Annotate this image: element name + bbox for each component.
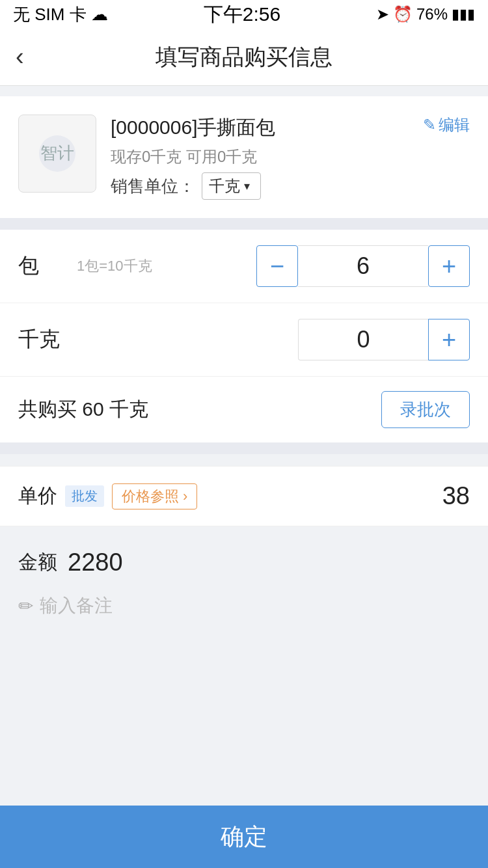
product-stock: 现存0千克 可用0千克 [111,146,470,167]
kg-qty-input[interactable] [298,319,428,360]
bag-qty-controls: − + [256,245,470,287]
total-row: 共购买 60 千克 录批次 [0,377,488,442]
unit-value: 千克 [209,176,240,197]
product-image: 智计 [18,115,96,193]
confirm-button[interactable]: 确定 [0,806,488,868]
note-row[interactable]: ✏ 输入备注 [18,583,470,634]
alarm-icon: ⏰ [393,5,413,23]
nav-bar: ‹ 填写商品购买信息 [0,29,488,86]
amount-label: 金额 [18,549,57,576]
bag-increment-button[interactable]: + [428,245,470,287]
amount-row: 金额 2280 [18,542,470,583]
status-right: ➤ ⏰ 76% ▮▮▮ [376,5,475,23]
kg-label: 千克 [18,325,70,354]
edit-label: 编辑 [439,115,470,135]
product-unit-row: 销售单位： 千克 ▾ [111,172,470,200]
price-row: 单价 批发 价格参照 › 38 [18,482,470,510]
page-title: 填写商品购买信息 [156,42,332,72]
svg-text:智计: 智计 [40,143,74,163]
record-batch-button[interactable]: 录批次 [381,391,470,428]
section-divider-1 [0,218,488,230]
bag-qty-row: 包 1包=10千克 − + [0,230,488,303]
product-logo-icon: 智计 [38,134,77,173]
price-section: 单价 批发 价格参照 › 38 [0,466,488,526]
price-left: 单价 批发 价格参照 › [18,483,197,509]
battery-label: 76% [416,5,448,23]
no-sim-label: 无 SIM 卡 ☁ [13,3,108,26]
price-label: 单价 [18,483,57,509]
status-bar: 无 SIM 卡 ☁ 下午2:56 ➤ ⏰ 76% ▮▮▮ [0,0,488,29]
price-tag-pifa: 批发 [65,485,104,507]
amount-section: 金额 2280 ✏ 输入备注 [0,526,488,634]
amount-value: 2280 [68,549,123,576]
status-time: 下午2:56 [204,1,280,28]
unit-select[interactable]: 千克 ▾ [202,172,261,200]
location-icon: ➤ [376,5,389,23]
kg-increment-button[interactable]: + [428,319,470,360]
spacer [0,634,488,806]
bag-qty-input[interactable] [298,245,428,287]
price-ref-button[interactable]: 价格参照 › [112,483,197,509]
product-card: 智计 [0000006]手撕面包 ✎ 编辑 现存0千克 可用0千克 销售单位： … [0,96,488,218]
kg-qty-controls: + [298,319,470,360]
edit-icon: ✎ [423,116,436,134]
product-name-row: [0000006]手撕面包 ✎ 编辑 [111,115,470,141]
status-left: 无 SIM 卡 ☁ [13,3,108,26]
kg-qty-row: 千克 + [0,303,488,377]
qty-section: 包 1包=10千克 − + 千克 + [0,230,488,377]
chevron-down-icon: ▾ [244,179,250,193]
section-divider-2 [0,442,488,454]
product-name: [0000006]手撕面包 [111,115,275,141]
bag-label: 包 [18,252,70,280]
price-value: 38 [442,482,470,510]
bag-hint: 1包=10千克 [77,256,256,276]
bag-decrement-button[interactable]: − [256,245,298,287]
battery-icon: ▮▮▮ [452,6,475,23]
pencil-icon: ✏ [18,595,33,617]
note-placeholder: 输入备注 [40,593,113,618]
unit-label: 销售单位： [111,175,195,198]
product-info: [0000006]手撕面包 ✎ 编辑 现存0千克 可用0千克 销售单位： 千克 … [111,115,470,200]
total-label: 共购买 60 千克 [18,396,148,423]
back-button[interactable]: ‹ [16,43,24,71]
edit-button[interactable]: ✎ 编辑 [423,115,470,135]
